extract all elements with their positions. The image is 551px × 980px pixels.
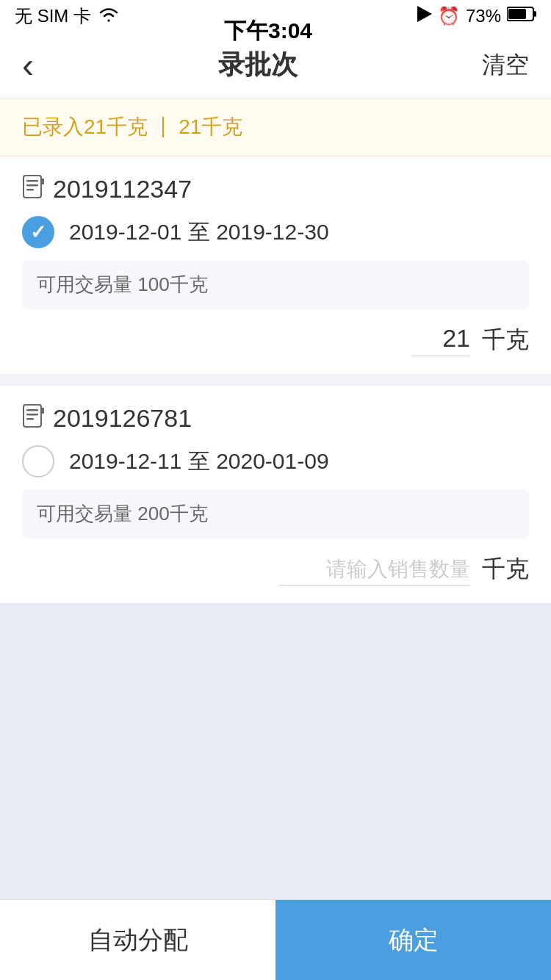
batch-id-row-1: 2019112347 [22,174,529,204]
svg-rect-6 [26,184,38,187]
svg-rect-11 [26,414,38,416]
status-bar: 无 SIM 卡 下午3:04 ⏰ 73% [0,0,551,32]
sim-status: 无 SIM 卡 [15,4,91,28]
svg-rect-5 [26,180,38,182]
qty-row-1: 千克 [0,309,551,374]
bottom-bar: 自动分配 确定 [0,899,551,980]
batch-item-2-inner: 2019126781 2019-12-11 至 2020-01-09 可用交易量… [0,386,551,538]
checkbox-1[interactable] [22,216,54,248]
batch-avail-box-1: 可用交易量 100千克 [22,260,529,309]
svg-rect-2 [533,11,536,17]
clear-button[interactable]: 清空 [482,49,529,82]
banner-divider [162,117,164,137]
batch-date-row-1: 2019-12-01 至 2019-12-30 [22,216,529,248]
qty-input-1[interactable] [411,324,470,353]
document-icon-1 [22,174,46,204]
qty-input-wrapper-2 [279,553,470,586]
auto-distribute-label: 自动分配 [88,923,188,957]
batch-id-1: 2019112347 [53,175,192,203]
batch-item-2: 2019126781 2019-12-11 至 2020-01-09 可用交易量… [0,386,551,603]
svg-rect-13 [41,408,44,414]
qty-unit-2: 千克 [482,553,529,586]
svg-rect-12 [26,418,34,420]
qty-input-wrapper-1 [411,324,470,356]
batch-id-row-2: 2019126781 [22,403,529,433]
svg-rect-4 [24,176,41,198]
confirm-button[interactable]: 确定 [276,900,551,980]
batch-avail-text-1: 可用交易量 100千克 [37,273,208,295]
recorded-label: 已录入21千克 [22,113,148,141]
checkbox-2[interactable] [22,445,54,478]
svg-rect-7 [26,189,34,191]
batch-date-2: 2019-12-11 至 2020-01-09 [69,447,329,477]
info-banner: 已录入21千克 21千克 [0,98,551,156]
wifi-icon [98,6,119,26]
batch-item-1-inner: 2019112347 2019-12-01 至 2019-12-30 可用交易量… [0,156,551,309]
status-time: 下午3:04 [224,16,312,46]
status-left: 无 SIM 卡 [15,4,119,28]
qty-row-2: 千克 [0,538,551,603]
svg-rect-10 [26,409,38,411]
batch-item-1: 2019112347 2019-12-01 至 2019-12-30 可用交易量… [0,156,551,374]
qty-input-2[interactable] [279,553,470,582]
batch-date-row-2: 2019-12-11 至 2020-01-09 [22,445,529,478]
document-icon-2 [22,403,46,433]
alarm-icon: ⏰ [438,6,460,26]
content-area: 已录入21千克 21千克 2019112347 2 [0,98,551,980]
empty-area [0,603,551,912]
batch-date-1: 2019-12-01 至 2019-12-30 [69,217,329,248]
confirm-label: 确定 [389,923,439,957]
location-icon [417,6,432,26]
batch-id-2: 2019126781 [53,404,192,433]
batch-avail-text-2: 可用交易量 200千克 [37,502,208,525]
battery-text: 73% [466,6,501,26]
svg-rect-3 [508,9,526,19]
section-divider [0,374,551,386]
svg-rect-8 [41,179,44,184]
auto-distribute-button[interactable]: 自动分配 [0,900,276,980]
status-right: ⏰ 73% [417,6,536,26]
back-button[interactable]: ‹ [22,45,34,85]
page-title: 录批次 [218,47,298,83]
qty-unit-1: 千克 [482,324,529,356]
recorded-value: 21千克 [179,113,242,141]
svg-rect-9 [24,405,41,427]
batch-avail-box-2: 可用交易量 200千克 [22,489,529,538]
battery-icon [507,6,536,26]
svg-marker-0 [417,6,432,22]
